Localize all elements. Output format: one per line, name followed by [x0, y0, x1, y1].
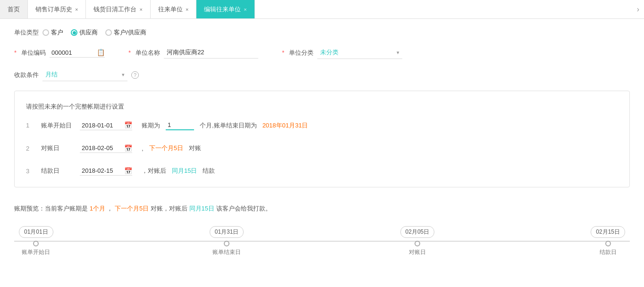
tab-edit-partner-close[interactable]: × — [244, 7, 246, 12]
unit-code-required: * — [14, 49, 17, 56]
tab-home-label: 首页 — [8, 5, 20, 14]
preview-period: 1个月 — [90, 205, 105, 212]
unit-name-field: * 单位名称 — [128, 47, 258, 59]
timeline-label-2: 账单结束日 — [212, 248, 241, 256]
setting-num-2: 2 — [26, 145, 35, 152]
radio-customer-label: 客户 — [51, 28, 63, 37]
period-label: 账期为 — [142, 121, 160, 130]
start-date-input[interactable] — [80, 121, 122, 130]
timeline-date-1: 01月01日 — [19, 226, 53, 238]
payment-condition-label: 收款条件 — [14, 71, 39, 79]
radio-supplier-circle — [71, 29, 77, 36]
payment-condition-row: 收款条件 月结 ▾ ? — [14, 68, 630, 81]
payment-help-icon[interactable]: ? — [131, 71, 139, 79]
setting-num-1: 1 — [26, 122, 35, 129]
unit-code-input-wrap: 📋 — [50, 48, 105, 58]
tab-more-arrow[interactable]: › — [632, 0, 644, 18]
payment-chevron: ▾ — [122, 72, 125, 78]
timeline-dot-2 — [224, 241, 229, 246]
timeline-point-3: 02月05日 对账日 — [400, 226, 435, 256]
recon-date-input[interactable] — [80, 144, 122, 152]
copy-icon[interactable]: 📋 — [97, 49, 105, 56]
timeline-label-4: 结款日 — [600, 248, 617, 256]
start-date-wrap: 📅 — [80, 121, 132, 130]
tab-cash-workbench-close[interactable]: × — [139, 7, 142, 12]
tab-sales-history-close[interactable]: × — [75, 7, 78, 12]
setting-label-3: 结款日 — [41, 167, 74, 175]
tab-sales-history[interactable]: 销售订单历史 × — [28, 0, 86, 18]
payment-date-input[interactable] — [80, 166, 122, 175]
payment-condition-select[interactable]: 月结 ▾ — [42, 68, 127, 81]
period-month-label: 个月,账单结束日期为 — [200, 121, 257, 130]
timeline-date-4: 02月15日 — [591, 226, 625, 238]
unit-name-input[interactable] — [164, 47, 258, 59]
arrow-right-icon: › — [637, 5, 639, 14]
payment-suffix: 结款 — [203, 167, 215, 175]
radio-supplier[interactable]: 供应商 — [71, 28, 98, 37]
unit-info-row: * 单位编码 📋 * 单位名称 * 单位分类 未分类 ▾ — [14, 46, 630, 59]
preview-section: 账期预览：当前客户账期是 1个月 ， 下一个月5日 对账，对账后 同月15日 该… — [14, 197, 630, 256]
unit-code-label: 单位编码 — [21, 49, 46, 57]
preview-label: 账期预览：当前客户账期是 — [14, 205, 88, 212]
tab-partner-units-label: 往来单位 — [158, 5, 183, 14]
timeline-points: 01月01日 账单开始日 01月31日 账单结束日 02月05日 对账日 02月… — [19, 226, 625, 256]
payment-highlight: 同月15日 — [172, 167, 197, 175]
timeline-point-1: 01月01日 账单开始日 — [19, 226, 53, 256]
radio-both[interactable]: 客户/供应商 — [105, 28, 146, 37]
unit-code-field: * 单位编码 📋 — [14, 48, 105, 58]
preview-text: 账期预览：当前客户账期是 1个月 ， 下一个月5日 对账，对账后 同月15日 该… — [14, 204, 630, 213]
payment-date-cal-icon[interactable]: 📅 — [124, 167, 132, 175]
radio-both-label: 客户/供应商 — [114, 28, 146, 37]
unit-type-radio-group: 客户 供应商 客户/供应商 — [42, 28, 146, 37]
tab-home[interactable]: 首页 — [0, 0, 28, 18]
setting-num-3: 3 — [26, 168, 35, 175]
tab-partner-units-close[interactable]: × — [186, 7, 188, 12]
tab-partner-units[interactable]: 往来单位 × — [151, 0, 196, 18]
payment-condition-field: 收款条件 月结 ▾ ? — [14, 68, 139, 81]
timeline-date-3: 02月05日 — [400, 226, 435, 238]
setting-row-1: 1 账单开始日 📅 账期为 个月,账单结束日期为 2018年01月31日 — [26, 120, 618, 130]
unit-type-row: 单位类型 客户 供应商 客户/供应商 — [14, 28, 630, 37]
tab-sales-history-label: 销售订单历史 — [35, 5, 72, 14]
tab-cash-workbench[interactable]: 钱货日清工作台 × — [86, 0, 150, 18]
preview-comma: ， — [107, 205, 113, 212]
unit-type-field: 单位类型 客户 供应商 客户/供应商 — [14, 28, 146, 37]
radio-customer-circle — [42, 29, 49, 36]
tab-edit-partner[interactable]: 编辑往来单位 × — [196, 0, 254, 18]
timeline-label-3: 对账日 — [409, 248, 426, 256]
unit-category-required: * — [282, 49, 284, 56]
start-date-cal-icon[interactable]: 📅 — [124, 121, 132, 129]
tab-bar: 首页 销售订单历史 × 钱货日清工作台 × 往来单位 × 编辑往来单位 × › — [0, 0, 644, 19]
radio-both-circle — [105, 29, 112, 36]
main-content: 单位类型 客户 供应商 客户/供应商 * 单位编码 — [0, 19, 644, 287]
radio-supplier-label: 供应商 — [79, 28, 98, 37]
payment-prefix: ，对账后 — [142, 167, 166, 175]
timeline-label-1: 账单开始日 — [22, 248, 50, 256]
unit-category-chevron: ▾ — [397, 50, 399, 56]
unit-name-required: * — [128, 49, 131, 56]
unit-category-select[interactable]: 未分类 ▾ — [317, 46, 402, 59]
recon-date-wrap: 📅 — [80, 144, 132, 153]
timeline-dot-1 — [33, 241, 39, 246]
timeline-point-2: 01月31日 账单结束日 — [210, 226, 244, 256]
unit-name-label: 单位名称 — [136, 49, 160, 57]
unit-category-value: 未分类 — [320, 48, 339, 57]
preview-recon-date: 下一个月5日 — [115, 205, 149, 212]
unit-code-input[interactable] — [50, 48, 97, 57]
preview-end: 该客户会给我打款。 — [216, 205, 271, 212]
recon-highlight: 下一个月5日 — [149, 144, 183, 152]
unit-category-label: 单位分类 — [289, 49, 314, 57]
unit-type-label: 单位类型 — [14, 28, 39, 37]
setting-row-2: 2 对账日 📅 , 下一个月5日 对账 — [26, 144, 618, 153]
tab-cash-workbench-label: 钱货日清工作台 — [93, 5, 136, 14]
unit-category-field: * 单位分类 未分类 ▾ — [282, 46, 402, 59]
radio-customer[interactable]: 客户 — [42, 28, 63, 37]
settings-card: 请按照未来的一个完整帐期进行设置 1 账单开始日 📅 账期为 个月,账单结束日期… — [14, 91, 630, 187]
setting-label-1: 账单开始日 — [41, 121, 74, 130]
recon-date-cal-icon[interactable]: 📅 — [124, 144, 132, 152]
recon-prefix: , — [142, 145, 144, 152]
timeline: 01月01日 账单开始日 01月31日 账单结束日 02月05日 对账日 02月… — [14, 226, 630, 256]
period-value-input[interactable] — [166, 120, 194, 130]
payment-condition-value: 月结 — [45, 70, 58, 79]
timeline-point-4: 02月15日 结款日 — [591, 226, 625, 256]
